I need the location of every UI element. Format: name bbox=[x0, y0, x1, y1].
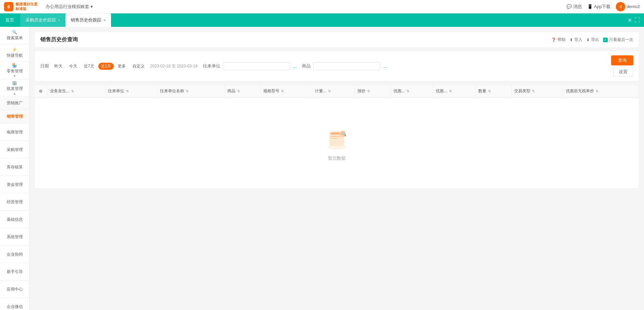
empty-state: 🔍 暂元数据 bbox=[35, 98, 639, 188]
content-area: 销售历史价查询 ❓ 帮助 ⬆ 导入 ⬇ 导出 ✓ 只看最后一次 bbox=[30, 27, 644, 310]
import-icon: ⬆ bbox=[570, 38, 573, 42]
date-range-display: 2023-02-18 至 2023-03-18 bbox=[150, 63, 197, 69]
col-biz-date[interactable]: 业务发生... ⇅ bbox=[47, 85, 105, 98]
sidebar-item-quick-nav[interactable]: ⚡ 快捷导航 bbox=[0, 44, 29, 62]
import-btn[interactable]: ⬆ 导入 bbox=[570, 37, 582, 43]
logo-text: 畅捷通好生意 标准版 bbox=[15, 2, 38, 11]
sort-icon-product: ⇅ bbox=[237, 89, 240, 93]
settings-button[interactable]: 设置 bbox=[613, 67, 633, 77]
maximize-window-icon[interactable]: ⛶ bbox=[635, 17, 640, 23]
col-quantity[interactable]: 数量 ⇅ bbox=[475, 85, 511, 98]
tab-sale-close[interactable]: × bbox=[103, 18, 105, 22]
sidebar-item-system[interactable]: 系统管理 bbox=[0, 228, 29, 246]
logo-area: 6 畅捷通好生意 标准版 bbox=[4, 2, 38, 11]
sort-icon-quantity: ⇅ bbox=[488, 89, 491, 93]
sidebar-item-wholesale-mgmt[interactable]: 🏢 批发管理 ▲ bbox=[0, 79, 29, 97]
sidebar-item-guide[interactable]: 新手引导 bbox=[0, 263, 29, 280]
sort-icon-unit: ⇅ bbox=[328, 89, 331, 93]
settings-gear-icon[interactable]: ⚙ bbox=[39, 89, 43, 94]
product-label: 商品 bbox=[302, 63, 311, 69]
sidebar-item-inventory[interactable]: 库存核算 bbox=[0, 158, 29, 176]
date-btn-today[interactable]: 今天 bbox=[66, 63, 80, 70]
date-btn-yesterday[interactable]: 昨天 bbox=[52, 63, 65, 70]
table-container: ⚙ 业务发生... ⇅ 往来单位 ⇅ 往来单位名称 ⇅ bbox=[35, 85, 639, 188]
tab-purchase-history[interactable]: 采购历史价跟踪 × bbox=[20, 13, 65, 27]
col-unit[interactable]: 计量... ⇅ bbox=[312, 85, 355, 98]
col-product[interactable]: 商品 ⇅ bbox=[224, 85, 260, 98]
svg-rect-3 bbox=[331, 136, 340, 137]
svg-rect-4 bbox=[331, 138, 337, 139]
search-icon: 🔍 bbox=[12, 30, 17, 35]
col-discount1[interactable]: 优惠... ⇅ bbox=[390, 85, 433, 98]
col-pre-tax-price[interactable]: 优惠前无税单价 ⇅ bbox=[563, 85, 638, 98]
table-header-row: ⚙ 业务发生... ⇅ 往来单位 ⇅ 往来单位名称 ⇅ bbox=[35, 85, 639, 98]
app-download-action[interactable]: 📱 App下载 bbox=[587, 4, 610, 10]
help-btn[interactable]: ❓ 帮助 bbox=[551, 37, 566, 43]
sidebar-item-operations[interactable]: 经营管理 bbox=[0, 193, 29, 211]
col-trade-type[interactable]: 交易类型 ⇅ bbox=[511, 85, 563, 98]
col-settings[interactable]: ⚙ bbox=[35, 85, 47, 98]
sort-icon-pre-tax-price: ⇅ bbox=[596, 89, 598, 93]
date-btn-more[interactable]: 更多 bbox=[115, 63, 128, 70]
download-icon: 📱 bbox=[587, 4, 593, 9]
filter-right: 查询 设置 bbox=[611, 55, 633, 77]
sidebar-item-app-center[interactable]: 应用中心 bbox=[0, 280, 29, 298]
query-button[interactable]: 查询 bbox=[611, 55, 633, 65]
col-spec[interactable]: 规格型号 ⇅ bbox=[260, 85, 312, 98]
sort-icon-from-unit: ⇅ bbox=[126, 89, 129, 93]
close-window-icon[interactable]: ✕ bbox=[628, 17, 632, 23]
sort-icon-biz-date: ⇅ bbox=[71, 89, 74, 93]
page-title: 销售历史价查询 bbox=[40, 36, 78, 43]
sidebar-item-retail-mgmt[interactable]: 🏪 零售管理 ▼ bbox=[0, 62, 29, 79]
empty-text: 暂元数据 bbox=[328, 155, 345, 161]
from-unit-label: 往来单位 bbox=[203, 63, 220, 69]
data-table: ⚙ 业务发生... ⇅ 往来单位 ⇅ 往来单位名称 ⇅ bbox=[35, 85, 639, 98]
sidebar-item-sales-mgmt[interactable]: 销售管理 bbox=[0, 110, 29, 123]
product-input[interactable] bbox=[313, 62, 380, 70]
sidebar-item-purchase[interactable]: 采购管理 bbox=[0, 141, 29, 158]
from-unit-input[interactable] bbox=[223, 62, 290, 70]
sidebar: 🔍 搜索菜单 ⚡ 快捷导航 🏪 零售管理 ▼ 🏢 批发管理 ▲ 营销推广 销售管… bbox=[0, 27, 30, 310]
product-dots[interactable]: ... bbox=[383, 63, 387, 69]
date-btn-custom[interactable]: 自定义 bbox=[130, 63, 147, 70]
from-unit-filter-group: 往来单位 ... bbox=[203, 62, 297, 70]
help-icon: ❓ bbox=[551, 38, 556, 42]
date-btn-7days[interactable]: 近7天 bbox=[81, 63, 97, 70]
sidebar-item-marketing[interactable]: 营销推广 bbox=[0, 97, 29, 110]
logo-icon: 6 bbox=[4, 2, 13, 11]
product-filter-group: 商品 ... bbox=[302, 62, 387, 70]
app-selector[interactable]: 办公用品行业模拟账套 ▾ bbox=[46, 4, 93, 10]
date-buttons: 昨天 今天 近7天 近1月 更多 自定义 bbox=[52, 63, 147, 70]
sidebar-item-finance[interactable]: 资金管理 bbox=[0, 176, 29, 193]
sidebar-item-enterprise-coop[interactable]: 企业协同 bbox=[0, 246, 29, 263]
sort-icon-discount2: ⇅ bbox=[449, 89, 452, 93]
message-action[interactable]: 💬 消息 bbox=[567, 4, 582, 10]
sort-icon-quote: ⇅ bbox=[367, 89, 370, 93]
sort-icon-discount1: ⇅ bbox=[407, 89, 409, 93]
user-action[interactable]: d demo2 bbox=[616, 2, 640, 11]
date-filter-label: 日期 bbox=[40, 63, 49, 69]
col-from-unit-name[interactable]: 往来单位名称 ⇅ bbox=[157, 85, 224, 98]
chevron-icon: ▼ bbox=[13, 74, 16, 78]
sort-icon-from-unit-name: ⇅ bbox=[186, 89, 189, 93]
sidebar-item-basic-info[interactable]: 基础信息 bbox=[0, 211, 29, 228]
date-btn-1month[interactable]: 近1月 bbox=[98, 63, 114, 70]
svg-text:🔍: 🔍 bbox=[341, 132, 346, 137]
col-discount2[interactable]: 优惠... ⇅ bbox=[433, 85, 476, 98]
col-from-unit[interactable]: 往来单位 ⇅ bbox=[105, 85, 157, 98]
sidebar-item-search-menu[interactable]: 🔍 搜索菜单 bbox=[0, 27, 29, 44]
sort-icon-spec: ⇅ bbox=[281, 89, 284, 93]
col-quote[interactable]: 报价 ⇅ bbox=[355, 85, 390, 98]
tab-home[interactable]: 首页 bbox=[0, 13, 19, 27]
sidebar-item-ecommerce[interactable]: 电商管理 bbox=[0, 123, 29, 141]
filter-area: 日期 昨天 今天 近7天 近1月 更多 自定义 2023-02-18 至 202… bbox=[35, 51, 639, 81]
only-last-checkbox[interactable]: ✓ bbox=[603, 38, 608, 42]
only-last-checkbox-label[interactable]: ✓ 只看最后一次 bbox=[603, 37, 633, 43]
sidebar-item-enterprise-wechat[interactable]: 企业微信 bbox=[0, 298, 29, 310]
tab-sale-history[interactable]: 销售历史价跟踪 × bbox=[65, 13, 111, 27]
export-btn[interactable]: ⬇ 导出 bbox=[586, 37, 599, 43]
from-unit-dots[interactable]: ... bbox=[293, 63, 297, 69]
retail-icon: 🏪 bbox=[12, 63, 17, 68]
tab-bar-right: ✕ ⛶ bbox=[628, 17, 644, 23]
tab-purchase-close[interactable]: × bbox=[58, 18, 60, 22]
